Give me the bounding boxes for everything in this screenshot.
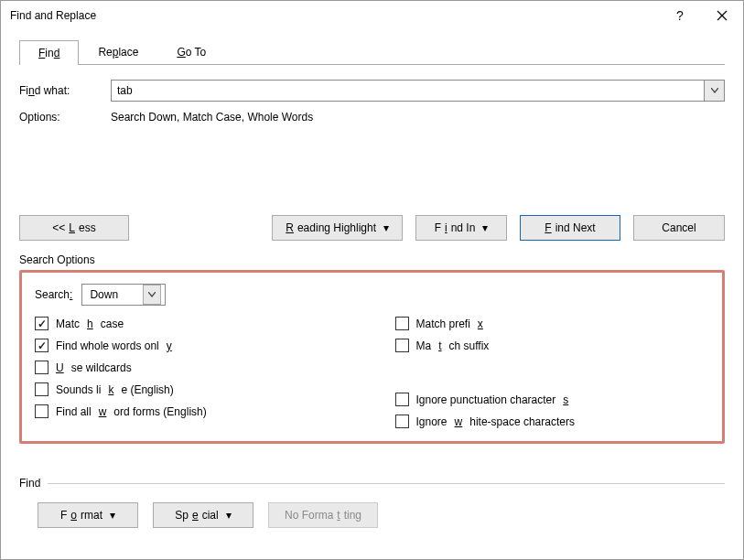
reading-highlight-button[interactable]: Reading Highlight▾	[272, 215, 403, 241]
find-what-label: Find what:	[19, 84, 111, 97]
word-forms-checkbox[interactable]: Find all word forms (English)	[35, 404, 350, 418]
less-button[interactable]: << Less	[19, 215, 129, 241]
ignore-whitespace-checkbox[interactable]: Ignore white-space characters	[395, 415, 710, 428]
checkbox-icon	[395, 415, 409, 428]
search-direction-select[interactable]: Down	[81, 284, 166, 306]
search-direction-label: Search:	[35, 288, 72, 301]
sounds-like-checkbox[interactable]: Sounds like (English)	[35, 382, 350, 396]
search-options-group: Search: Down Match case Find whole words…	[19, 270, 725, 444]
options-summary: Search Down, Match Case, Whole Words	[111, 111, 313, 124]
checkbox-icon	[395, 339, 409, 352]
separator	[48, 483, 725, 484]
find-what-input[interactable]	[111, 80, 705, 102]
match-suffix-checkbox[interactable]: Match suffix	[395, 339, 710, 352]
checkbox-icon	[35, 317, 49, 330]
format-button[interactable]: Format▾	[38, 502, 138, 528]
search-direction-value: Down	[90, 288, 118, 301]
wildcards-checkbox[interactable]: Use wildcards	[35, 361, 350, 374]
titlebar: Find and Replace ?	[1, 1, 743, 30]
chevron-down-icon	[711, 88, 718, 93]
caret-down-icon: ▾	[226, 509, 232, 522]
no-formatting-button: No Formatting	[268, 502, 378, 528]
checkbox-icon	[395, 393, 409, 406]
cancel-button[interactable]: Cancel	[633, 215, 725, 241]
caret-down-icon: ▾	[482, 221, 488, 234]
close-icon	[717, 10, 728, 21]
find-in-button[interactable]: Find In▾	[415, 215, 507, 241]
options-label: Options:	[19, 111, 111, 124]
ignore-punct-checkbox[interactable]: Ignore punctuation characters	[395, 393, 710, 406]
tab-find[interactable]: Find	[19, 40, 79, 65]
find-next-button[interactable]: Find Next	[520, 215, 620, 241]
special-button[interactable]: Special▾	[153, 502, 253, 528]
tabs: Find Replace Go To	[19, 39, 725, 65]
checkbox-icon	[35, 361, 49, 374]
checkbox-icon	[395, 317, 409, 330]
checkbox-icon	[35, 339, 49, 352]
checkbox-icon	[35, 382, 49, 396]
caret-down-icon: ▾	[383, 221, 389, 234]
close-button[interactable]	[701, 1, 743, 30]
tab-goto[interactable]: Go To	[157, 39, 225, 64]
caret-down-icon: ▾	[110, 509, 115, 522]
match-prefix-checkbox[interactable]: Match prefix	[395, 317, 710, 330]
whole-words-checkbox[interactable]: Find whole words only	[35, 339, 350, 352]
search-options-label: Search Options	[19, 253, 725, 266]
help-button[interactable]: ?	[659, 1, 701, 30]
find-section-label: Find	[19, 477, 40, 490]
help-icon: ?	[676, 8, 684, 23]
chevron-down-icon	[143, 285, 161, 305]
match-case-checkbox[interactable]: Match case	[35, 317, 350, 330]
find-what-history-button[interactable]	[705, 80, 725, 102]
tab-replace[interactable]: Replace	[79, 39, 157, 64]
checkbox-icon	[35, 404, 49, 418]
window-title: Find and Replace	[10, 9, 96, 22]
